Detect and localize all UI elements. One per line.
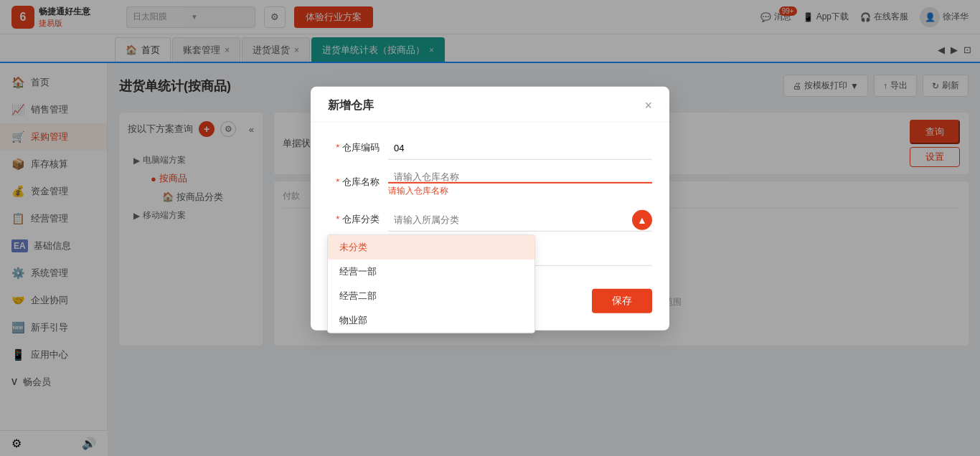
modal-title: 新增仓库 [328, 98, 374, 113]
code-label: 仓库编码 [328, 137, 380, 154]
category-field: ▲ 未分类 经营一部 经营二部 物业部 [388, 209, 652, 232]
name-field-wrap: 请输入仓库名称 [388, 171, 652, 197]
category-input-row: ▲ [388, 209, 652, 232]
form-row-code: 仓库编码 [328, 137, 652, 160]
modal-body: 仓库编码 仓库名称 请输入仓库名称 仓库分类 ▲ [311, 123, 669, 266]
dropdown-item-3[interactable]: 物业部 [328, 308, 534, 333]
category-toggle-button[interactable]: ▲ [632, 209, 652, 229]
code-input[interactable] [388, 137, 652, 160]
modal-close-button[interactable]: × [644, 98, 652, 113]
category-toggle-icon: ▲ [637, 214, 647, 225]
modal-header: 新增仓库 × [311, 87, 669, 123]
dropdown-item-0[interactable]: 未分类 [328, 235, 534, 260]
name-error-tip: 请输入仓库名称 [388, 185, 652, 197]
dropdown-item-2[interactable]: 经营二部 [328, 284, 534, 308]
category-dropdown: 未分类 经营一部 经营二部 物业部 [327, 234, 535, 333]
dropdown-item-1[interactable]: 经营一部 [328, 260, 534, 284]
name-label: 仓库名称 [328, 171, 380, 189]
form-row-category: 仓库分类 ▲ 未分类 经营一部 经营二部 物业部 [328, 209, 652, 232]
category-input[interactable] [388, 214, 632, 225]
new-warehouse-modal: 新增仓库 × 仓库编码 仓库名称 请输入仓库名称 仓库分类 ▲ [311, 87, 669, 331]
form-row-name: 仓库名称 请输入仓库名称 [328, 171, 652, 197]
save-button[interactable]: 保存 [592, 289, 652, 313]
name-input[interactable] [388, 171, 652, 184]
category-label: 仓库分类 [328, 209, 380, 226]
